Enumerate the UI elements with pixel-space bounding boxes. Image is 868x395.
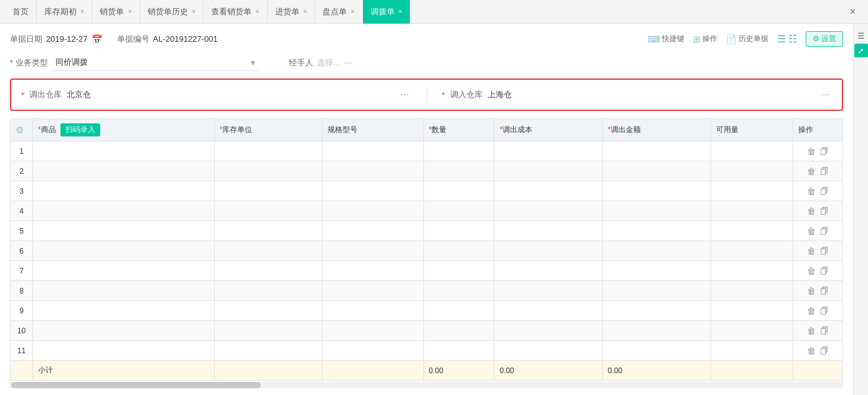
row-cost-4[interactable]: [494, 221, 603, 241]
row-product-7[interactable]: [33, 281, 215, 301]
tab-view-sales-close[interactable]: ×: [255, 8, 259, 15]
operations-button[interactable]: ⊞ 操作: [693, 34, 717, 44]
handler-select[interactable]: 选择...: [317, 57, 340, 69]
row-spec-2[interactable]: [323, 181, 423, 201]
copy-row-icon-9[interactable]: 🗍: [820, 326, 829, 336]
row-cost-8[interactable]: [494, 301, 603, 321]
delete-row-icon-0[interactable]: 🗑: [807, 146, 816, 156]
window-close-button[interactable]: ×: [842, 6, 863, 17]
delete-row-icon-3[interactable]: 🗑: [807, 206, 816, 216]
business-type-select[interactable]: 同价调拨 ▾: [52, 54, 259, 71]
row-amount-4[interactable]: [603, 221, 711, 241]
delete-row-icon-5[interactable]: 🗑: [807, 246, 816, 256]
row-spec-0[interactable]: [323, 141, 423, 161]
copy-row-icon-8[interactable]: 🗍: [820, 306, 829, 316]
delete-row-icon-4[interactable]: 🗑: [807, 226, 816, 236]
tab-sales-history-close[interactable]: ×: [192, 8, 196, 15]
row-quantity-5[interactable]: [423, 241, 494, 261]
row-quantity-7[interactable]: [423, 281, 494, 301]
row-amount-8[interactable]: [603, 301, 711, 321]
row-quantity-1[interactable]: [423, 161, 494, 181]
row-spec-8[interactable]: [323, 301, 423, 321]
row-spec-3[interactable]: [323, 201, 423, 221]
calendar-icon[interactable]: 📅: [92, 34, 102, 44]
row-spec-7[interactable]: [323, 281, 423, 301]
row-amount-9[interactable]: [603, 321, 711, 341]
copy-row-icon-7[interactable]: 🗍: [820, 286, 829, 296]
copy-row-icon-6[interactable]: 🗍: [820, 266, 829, 276]
row-unit-3[interactable]: [214, 201, 323, 221]
row-quantity-4[interactable]: [423, 221, 494, 241]
copy-row-icon-0[interactable]: 🗍: [820, 146, 829, 156]
row-product-1[interactable]: [33, 161, 215, 181]
row-spec-4[interactable]: [323, 221, 423, 241]
shortcut-button[interactable]: ⌨ 快捷键: [648, 34, 684, 44]
row-product-10[interactable]: [33, 341, 215, 361]
row-unit-5[interactable]: [214, 241, 323, 261]
row-cost-10[interactable]: [494, 341, 603, 361]
row-amount-1[interactable]: [603, 161, 711, 181]
row-spec-6[interactable]: [323, 261, 423, 281]
row-unit-8[interactable]: [214, 301, 323, 321]
row-cost-1[interactable]: [494, 161, 603, 181]
copy-row-icon-3[interactable]: 🗍: [820, 206, 829, 216]
row-unit-2[interactable]: [214, 181, 323, 201]
row-amount-6[interactable]: [603, 261, 711, 281]
row-spec-10[interactable]: [323, 341, 423, 361]
warehouse-out-more-button[interactable]: ···: [398, 89, 411, 100]
row-product-6[interactable]: [33, 261, 215, 281]
delete-row-icon-6[interactable]: 🗑: [807, 266, 816, 276]
row-cost-3[interactable]: [494, 201, 603, 221]
row-quantity-2[interactable]: [423, 181, 494, 201]
settings-button[interactable]: ⚙ 设置: [806, 31, 843, 47]
row-spec-1[interactable]: [323, 161, 423, 181]
row-cost-0[interactable]: [494, 141, 603, 161]
tab-purchase-order-close[interactable]: ×: [303, 8, 307, 15]
tab-purchase-order[interactable]: 进货单 ×: [268, 0, 315, 24]
tab-inventory-init[interactable]: 库存期初 ×: [37, 0, 92, 24]
tab-view-sales[interactable]: 查看销货单 ×: [204, 0, 267, 24]
row-amount-2[interactable]: [603, 181, 711, 201]
delete-row-icon-2[interactable]: 🗑: [807, 186, 816, 196]
row-product-5[interactable]: [33, 241, 215, 261]
row-unit-7[interactable]: [214, 281, 323, 301]
col-settings-header[interactable]: ⚙: [11, 119, 33, 141]
scan-entry-button[interactable]: 扫码录入: [60, 123, 100, 136]
row-product-8[interactable]: [33, 301, 215, 321]
delete-row-icon-10[interactable]: 🗑: [807, 346, 816, 356]
list-view-icon[interactable]: ☰: [777, 33, 786, 45]
row-unit-4[interactable]: [214, 221, 323, 241]
row-cost-7[interactable]: [494, 281, 603, 301]
row-amount-5[interactable]: [603, 241, 711, 261]
row-spec-5[interactable]: [323, 241, 423, 261]
row-cost-9[interactable]: [494, 321, 603, 341]
row-product-2[interactable]: [33, 181, 215, 201]
row-quantity-0[interactable]: [423, 141, 494, 161]
table-settings-icon[interactable]: ⚙: [16, 125, 24, 135]
horizontal-scrollbar[interactable]: [10, 382, 843, 388]
delete-row-icon-8[interactable]: 🗑: [807, 306, 816, 316]
tab-transfer-order[interactable]: 调拨单 ×: [363, 0, 410, 24]
tab-home[interactable]: 首页: [5, 0, 37, 24]
delete-row-icon-1[interactable]: 🗑: [807, 166, 816, 176]
row-amount-0[interactable]: [603, 141, 711, 161]
tab-transfer-order-close[interactable]: ×: [399, 8, 402, 15]
handler-more-icon[interactable]: ···: [344, 57, 352, 69]
row-unit-10[interactable]: [214, 341, 323, 361]
row-product-3[interactable]: [33, 201, 215, 221]
row-unit-6[interactable]: [214, 261, 323, 281]
row-quantity-10[interactable]: [423, 341, 494, 361]
row-unit-0[interactable]: [214, 141, 323, 161]
row-product-0[interactable]: [33, 141, 215, 161]
copy-row-icon-2[interactable]: 🗍: [820, 186, 829, 196]
tab-inventory-count-close[interactable]: ×: [351, 8, 354, 15]
copy-row-icon-4[interactable]: 🗍: [820, 226, 829, 236]
row-unit-9[interactable]: [214, 321, 323, 341]
row-amount-7[interactable]: [603, 281, 711, 301]
row-spec-9[interactable]: [323, 321, 423, 341]
warehouse-in-more-button[interactable]: ···: [819, 89, 832, 100]
delete-row-icon-7[interactable]: 🗑: [807, 286, 816, 296]
row-product-9[interactable]: [33, 321, 215, 341]
row-quantity-8[interactable]: [423, 301, 494, 321]
row-cost-2[interactable]: [494, 181, 603, 201]
